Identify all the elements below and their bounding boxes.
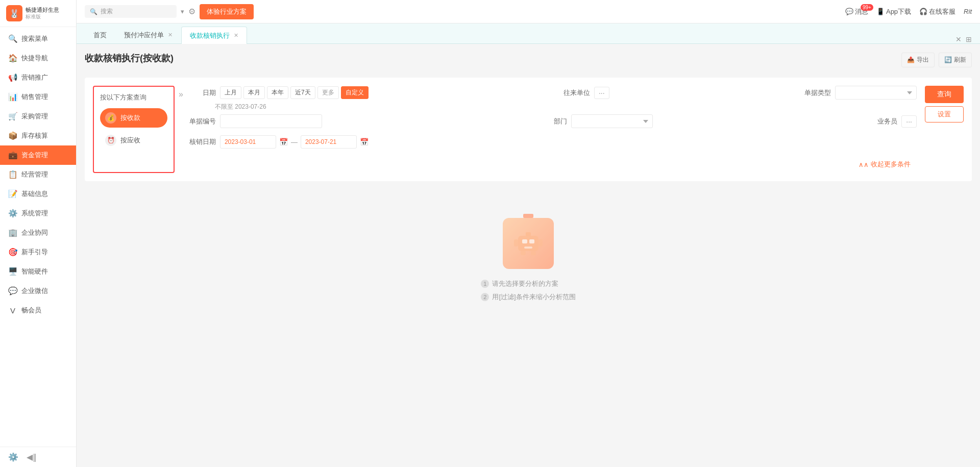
industry-btn[interactable]: 体验行业方案: [200, 4, 254, 19]
logo-icon: 🐰: [6, 5, 22, 21]
tab-home-label: 首页: [93, 31, 107, 40]
voucher-no-input[interactable]: [220, 114, 322, 128]
tab-fullscreen-icon[interactable]: ⊞: [966, 35, 972, 43]
collapse-more-btn[interactable]: ∧∧ 收起更多条件: [852, 158, 917, 171]
tab-home[interactable]: 首页: [85, 26, 115, 43]
topbar-dropdown-icon[interactable]: ▾: [181, 8, 184, 15]
sidebar-item-system-label: 系统管理: [21, 209, 48, 218]
right-actions: 查询 设置: [925, 86, 964, 173]
capital-icon: 💼: [8, 151, 17, 160]
svg-rect-2: [529, 239, 534, 243]
refresh-icon: 🔄: [944, 56, 952, 63]
sidebar-item-search-label: 搜索菜单: [21, 34, 48, 43]
sidebar-item-enterprise[interactable]: 🏢 企业协同: [0, 223, 76, 242]
date-btn-prevmonth[interactable]: 上月: [220, 86, 241, 99]
settings-bottom-icon[interactable]: ⚙️: [8, 452, 18, 462]
filter-panel: 按以下方案查询 💰 按收款 ⏰ 按应收: [93, 86, 175, 173]
export-icon: 📤: [907, 56, 915, 63]
voucher-type-label: 单据类型: [802, 88, 831, 97]
form-row-3: 核销日期 📅 — 📅: [187, 135, 917, 149]
sidebar-item-guide[interactable]: 🎯 新手引导: [0, 242, 76, 262]
receivable-opt-label: 按应收: [120, 136, 140, 145]
counterparty-btn[interactable]: ···: [594, 87, 609, 99]
form-settings-button[interactable]: 设置: [925, 106, 964, 122]
voucher-type-select[interactable]: [835, 86, 917, 100]
topbar-app-download[interactable]: 📱 App下载: [876, 7, 911, 16]
page-content: 收款核销执行(按收款) 📤 导出 🔄 刷新 按以下方案查询 💰: [77, 44, 980, 467]
sidebar-item-purchase[interactable]: 🛒 采购管理: [0, 107, 76, 126]
verify-date-separator: —: [291, 138, 298, 146]
service-label: 在线客服: [929, 7, 955, 16]
app-icon: 📱: [876, 8, 885, 15]
robot-svg: [513, 228, 544, 259]
verify-date-start-input[interactable]: [220, 135, 276, 149]
sidebar-item-basic[interactable]: 📝 基础信息: [0, 184, 76, 204]
query-button[interactable]: 查询: [925, 86, 964, 103]
panel-collapse-btn[interactable]: »: [179, 86, 183, 173]
staff-group: 业务员 ···: [869, 115, 917, 128]
filter-section: 按以下方案查询 💰 按收款 ⏰ 按应收 »: [93, 86, 964, 173]
empty-tip1-text: 请先选择要分析的方案: [492, 277, 558, 290]
sidebar-item-operation-label: 经营管理: [21, 170, 48, 179]
sidebar-item-quicknav[interactable]: 🏠 快捷导航: [0, 48, 76, 68]
date-btn-custom[interactable]: 自定义: [341, 86, 369, 99]
date-btn-more[interactable]: 更多: [317, 86, 339, 99]
search-icon: 🔍: [8, 34, 17, 43]
sidebar-item-capital[interactable]: 💼 资金管理: [0, 145, 76, 165]
date-btn-curmonth[interactable]: 本月: [243, 86, 265, 99]
sidebar-item-search[interactable]: 🔍 搜索菜单: [0, 29, 76, 48]
sidebar-item-sales[interactable]: 📊 销售管理: [0, 87, 76, 107]
collapse-sidebar-icon[interactable]: ◀‖: [27, 452, 37, 462]
purchase-icon: 🛒: [8, 112, 17, 121]
sidebar-item-operation[interactable]: 📋 经营管理: [0, 165, 76, 184]
sidebar-item-hardware-label: 智能硬件: [21, 267, 48, 276]
empty-tips: 1 请先选择要分析的方案 2 用[过滤]条件来缩小分析范围: [481, 277, 575, 304]
topbar-search[interactable]: 🔍 搜索: [85, 5, 177, 18]
tab-collection-label: 收款核销执行: [190, 31, 230, 40]
sidebar-item-purchase-label: 采购管理: [21, 112, 48, 121]
sidebar-item-marketing[interactable]: 📢 营销推广: [0, 68, 76, 87]
filter-option-receipt[interactable]: 💰 按收款: [100, 108, 167, 128]
sidebar-item-hardware[interactable]: 🖥️ 智能硬件: [0, 262, 76, 281]
export-button[interactable]: 📤 导出: [901, 53, 935, 67]
sidebar-item-wechat[interactable]: 💬 企业微信: [0, 281, 76, 301]
top-actions: 📤 导出 🔄 刷新: [901, 53, 972, 67]
enterprise-icon: 🏢: [8, 228, 17, 237]
date-btn-curyear[interactable]: 本年: [267, 86, 288, 99]
collapse-more-section: ∧∧ 收起更多条件: [187, 156, 917, 173]
topbar-settings-icon[interactable]: ⚙: [188, 7, 195, 16]
search-topbar-icon: 🔍: [90, 8, 97, 15]
tab-close-all-icon[interactable]: ✕: [955, 35, 962, 43]
topbar-message[interactable]: 💬 消息 99+: [845, 7, 868, 16]
filter-option-receivable[interactable]: ⏰ 按应收: [100, 131, 167, 150]
voucher-no-group: 单据编号: [187, 114, 322, 128]
sidebar-item-member-label: 畅会员: [21, 306, 41, 315]
topbar-service[interactable]: 🎧 在线客服: [919, 7, 955, 16]
verify-date-end-calendar-icon[interactable]: 📅: [360, 138, 369, 146]
filter-card: 按以下方案查询 💰 按收款 ⏰ 按应收 »: [85, 78, 972, 181]
refresh-button[interactable]: 🔄 刷新: [939, 53, 972, 67]
sidebar-menu: 🔍 搜索菜单 🏠 快捷导航 📢 营销推广 📊 销售管理 🛒 采购管理 📦 库存核…: [0, 27, 76, 447]
svg-rect-8: [531, 251, 536, 255]
tab-collection[interactable]: 收款核销执行 ✕: [181, 27, 247, 44]
basic-icon: 📝: [8, 189, 17, 199]
sidebar-item-member[interactable]: V 畅会员: [0, 301, 76, 320]
service-icon: 🎧: [919, 8, 927, 15]
tab-collection-close[interactable]: ✕: [234, 32, 238, 39]
sidebar-bottom: ⚙️ ◀‖: [0, 447, 76, 467]
tab-prepay-close[interactable]: ✕: [168, 32, 173, 38]
date-btn-last7[interactable]: 近7天: [290, 86, 315, 99]
staff-btn[interactable]: ···: [901, 115, 917, 128]
sales-icon: 📊: [8, 92, 17, 102]
verify-date-end-input[interactable]: [301, 135, 357, 149]
sidebar-item-system[interactable]: ⚙️ 系统管理: [0, 204, 76, 223]
verify-date-start-calendar-icon[interactable]: 📅: [279, 138, 288, 146]
date-filter-btns: 上月 本月 本年 近7天 更多 自定义: [220, 86, 369, 99]
dept-select[interactable]: [571, 114, 653, 128]
verify-date-inputs: 📅 — 📅: [220, 135, 369, 149]
search-topbar-placeholder: 搜索: [101, 7, 113, 16]
counterparty-label: 往来单位: [561, 88, 590, 97]
sidebar-item-inventory[interactable]: 📦 库存核算: [0, 126, 76, 145]
tab-prepay[interactable]: 预付冲应付单 ✕: [115, 26, 181, 43]
system-icon: ⚙️: [8, 209, 17, 218]
